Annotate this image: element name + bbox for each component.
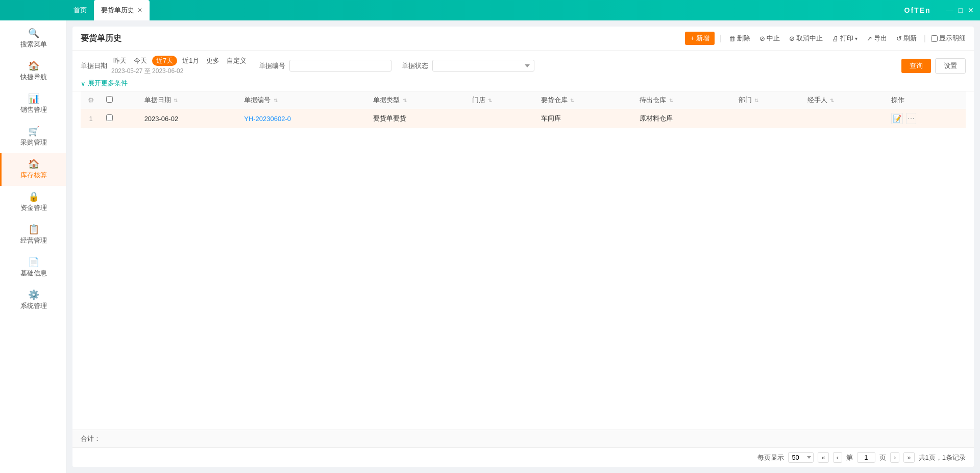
new-button[interactable]: + 新增: [685, 32, 714, 45]
sidebar-item-inventory[interactable]: 🏠 库存核算: [0, 153, 66, 186]
sidebar-item-quick-nav-label: 快捷导航: [20, 73, 47, 82]
col-date: 单据日期 ⇅: [139, 91, 239, 109]
delete-icon: 🗑: [729, 35, 736, 42]
col-actions-label: 操作: [891, 96, 904, 104]
sidebar-item-operation-label: 经营管理: [20, 236, 47, 245]
date-yesterday[interactable]: 昨天: [111, 56, 129, 66]
doc-no-label: 单据编号: [259, 61, 285, 70]
cancel-stop-label: 取消中止: [796, 34, 823, 43]
cart-icon: 🛒: [28, 127, 39, 136]
refresh-button[interactable]: ↺ 刷新: [894, 33, 919, 44]
col-handler: 经手人 ⇅: [802, 91, 886, 109]
doc-no-link[interactable]: YH-20230602-0: [244, 115, 291, 123]
prev-page-btn[interactable]: ‹: [833, 452, 842, 463]
date-last7[interactable]: 近7天: [152, 56, 177, 66]
home-icon: 🏠: [28, 61, 39, 70]
col-store: 门店 ⇅: [467, 91, 536, 109]
sort-reqwh-icon[interactable]: ⇅: [570, 98, 574, 103]
page-header: 要货单历史 + 新增 | 🗑 删除 ⊘ 中止 ⊘ 取消中止: [72, 27, 974, 51]
sidebar-item-finance[interactable]: 🔒 资金管理: [0, 186, 66, 219]
display-detail-label: 显示明细: [939, 34, 966, 43]
sidebar-item-quick-nav[interactable]: 🏠 快捷导航: [0, 55, 66, 88]
sort-store-icon[interactable]: ⇅: [488, 98, 492, 103]
expand-filter-btn[interactable]: ∨ 展开更多条件: [81, 79, 966, 88]
sort-pendingwh-icon[interactable]: ⇅: [669, 98, 673, 103]
sidebar-item-system-label: 系统管理: [20, 301, 47, 311]
select-all-checkbox[interactable]: [106, 96, 113, 103]
delete-button[interactable]: 🗑 删除: [727, 33, 752, 44]
col-req-warehouse-label: 要货仓库: [541, 96, 568, 104]
page-title: 要货单历史: [81, 33, 121, 44]
sidebar-item-search-label: 搜索菜单: [20, 40, 47, 49]
tab-history-close[interactable]: ✕: [137, 7, 142, 14]
sidebar-item-sales[interactable]: 📊 销售管理: [0, 88, 66, 121]
first-page-btn[interactable]: «: [818, 452, 828, 463]
col-department: 部门 ⇅: [733, 91, 802, 109]
print-icon: 🖨: [832, 35, 839, 42]
minimize-btn[interactable]: —: [946, 6, 953, 14]
sidebar-item-system[interactable]: ⚙️ 系统管理: [0, 284, 66, 317]
sort-docno-icon[interactable]: ⇅: [274, 98, 278, 103]
doc-no-input[interactable]: [289, 60, 391, 72]
date-filter-group: 单据日期 昨天 今天 近7天 近1月 更多 自定义 2023-05-27 至 2…: [81, 56, 249, 76]
filter-row: 单据日期 昨天 今天 近7天 近1月 更多 自定义 2023-05-27 至 2…: [81, 56, 966, 76]
date-today[interactable]: 今天: [132, 56, 149, 66]
date-custom[interactable]: 自定义: [225, 56, 249, 66]
page-number-input[interactable]: [857, 452, 875, 463]
page-total: 共1页，1条记录: [919, 453, 966, 462]
page-suffix: 页: [879, 453, 886, 462]
print-button[interactable]: 🖨 打印 ▾: [830, 33, 860, 44]
export-button[interactable]: ↗ 导出: [865, 33, 889, 44]
chevron-down-icon: ∨: [81, 80, 86, 87]
tab-history[interactable]: 要货单历史 ✕: [94, 0, 150, 20]
page-size-select[interactable]: 50 10 20 100: [788, 452, 814, 463]
maximize-btn[interactable]: □: [959, 6, 963, 14]
status-select[interactable]: [432, 60, 534, 72]
date-last-month[interactable]: 近1月: [180, 56, 201, 66]
cancel-stop-button[interactable]: ⊘ 取消中止: [787, 33, 825, 44]
sidebar-item-operation[interactable]: 📋 经营管理: [0, 219, 66, 251]
doc-icon: 📄: [28, 257, 39, 267]
query-button[interactable]: 查询: [901, 59, 931, 73]
gear-icon: ⚙️: [28, 290, 39, 299]
sidebar-item-purchase[interactable]: 🛒 采购管理: [0, 121, 66, 153]
col-doc-no: 单据编号 ⇅: [239, 91, 368, 109]
next-page-btn[interactable]: ›: [890, 452, 899, 463]
print-chevron-icon: ▾: [855, 36, 857, 41]
row-checkbox[interactable]: [106, 114, 113, 121]
col-doc-type: 单据类型 ⇅: [368, 91, 467, 109]
sidebar-item-search[interactable]: 🔍 搜索菜单: [0, 22, 66, 55]
date-filter-label: 单据日期: [81, 61, 107, 70]
col-pending-warehouse: 待出仓库 ⇅: [634, 91, 733, 109]
brand-label: OfTEn: [904, 6, 931, 14]
last-page-btn[interactable]: »: [903, 452, 914, 463]
sort-doctype-icon[interactable]: ⇅: [403, 98, 407, 103]
table-header-row: ⚙ 单据日期 ⇅ 单据编号 ⇅: [81, 91, 966, 109]
sidebar-item-purchase-label: 采购管理: [20, 138, 47, 147]
setting-button[interactable]: 设置: [935, 58, 966, 74]
date-more[interactable]: 更多: [204, 56, 222, 66]
row-edit-icon[interactable]: 📝: [891, 113, 903, 124]
sort-handler-icon[interactable]: ⇅: [830, 98, 834, 103]
close-btn[interactable]: ✕: [968, 6, 974, 14]
sort-date-icon[interactable]: ⇅: [174, 98, 178, 103]
sidebar-item-basic[interactable]: 📄 基础信息: [0, 251, 66, 284]
sort-dept-icon[interactable]: ⇅: [754, 98, 758, 103]
row-more-icon[interactable]: ⋯: [906, 113, 916, 124]
col-handler-label: 经手人: [807, 96, 827, 104]
main-layout: 🔍 搜索菜单 🏠 快捷导航 📊 销售管理 🛒 采购管理 🏠 库存核算 🔒 资金管…: [0, 20, 980, 473]
table-container: ⚙ 单据日期 ⇅ 单据编号 ⇅: [72, 91, 974, 430]
col-settings: ⚙: [81, 91, 101, 109]
table-settings-icon[interactable]: ⚙: [87, 95, 95, 105]
stop-button[interactable]: ⊘ 中止: [757, 33, 782, 44]
footer-summary: 合计：: [72, 430, 974, 447]
tab-home[interactable]: 首页: [66, 0, 94, 20]
refresh-icon: ↺: [896, 35, 902, 42]
pagination-bar: 每页显示 50 10 20 100 « ‹ 第 页 › » 共1页，1条记录: [72, 447, 974, 467]
status-filter-group: 单据状态: [402, 60, 534, 72]
display-detail-checkbox[interactable]: [931, 35, 938, 42]
tab-home-label: 首页: [74, 6, 87, 15]
cancel-stop-icon: ⊘: [789, 35, 795, 42]
display-detail-button[interactable]: 显示明细: [931, 34, 966, 43]
inventory-icon: 🏠: [28, 159, 39, 169]
